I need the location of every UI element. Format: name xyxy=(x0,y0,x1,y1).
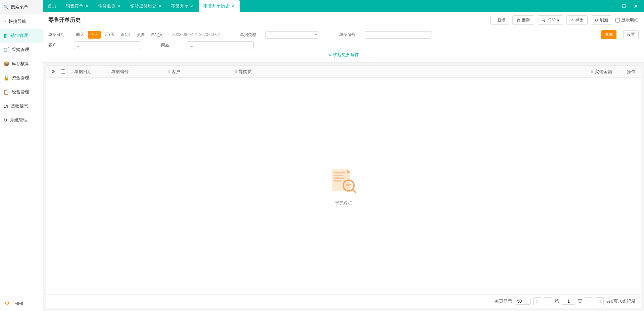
print-icon: 🖨 xyxy=(541,18,546,23)
sidebar-item-finance[interactable]: 🔒 资金管理 xyxy=(0,71,43,85)
date-btn-1month[interactable]: 近1月 xyxy=(118,31,134,39)
date-btn-7days[interactable]: 近7天 xyxy=(102,31,117,39)
sort-icon-guide: ⇅ xyxy=(235,70,237,73)
date-btn-today[interactable]: 今天 xyxy=(88,31,101,39)
collapse-filter-bar[interactable]: ∧ 收起更多条件 xyxy=(48,51,639,60)
print-button[interactable]: 🖨 打印 ▾ xyxy=(538,15,563,25)
num-filter-input[interactable] xyxy=(365,31,432,39)
show-detail-checkbox[interactable] xyxy=(615,18,620,22)
finance-icon: 🔒 xyxy=(3,75,9,81)
settings-bottom-icon[interactable]: ⚙ xyxy=(3,299,11,308)
nav-close-btn[interactable]: ✕ xyxy=(631,3,641,9)
goods-filter-input[interactable]: ... xyxy=(187,41,254,49)
th-num[interactable]: ⇅ 单据编号 xyxy=(104,69,165,75)
last-page-btn[interactable]: ⟩⟩ xyxy=(596,297,604,305)
page-input[interactable] xyxy=(562,298,575,305)
tab-retail-open[interactable]: 零售开单 ✕ xyxy=(166,0,199,12)
next-page-btn[interactable]: ⟩ xyxy=(585,297,593,305)
sidebar-item-label: 经营管理 xyxy=(12,89,29,95)
nav-minimize-btn[interactable]: ─ xyxy=(608,3,617,9)
sidebar-item-inventory[interactable]: 📦 库存核算 xyxy=(0,57,43,71)
sidebar-item-basic-info[interactable]: 🗂 基础信息 xyxy=(0,99,43,113)
sidebar-item-quick-nav[interactable]: ⌂ 快捷导航 xyxy=(0,14,43,29)
export-label: 导出 xyxy=(575,17,584,23)
total-info: 共0页, 0条记录 xyxy=(606,298,636,304)
sales-icon: ◧ xyxy=(3,33,8,38)
th-customer[interactable]: ⇅ 客户 xyxy=(165,69,232,75)
th-guide-label: 导购员 xyxy=(239,69,252,75)
settings-button[interactable]: 设置 xyxy=(623,30,639,39)
page-suffix: 页 xyxy=(578,298,582,304)
type-select[interactable] xyxy=(265,31,319,39)
date-quick-buttons: 昨天 今天 近7天 近1月 更多 自定义 xyxy=(74,31,165,39)
export-button[interactable]: ↗ 导出 xyxy=(566,15,588,25)
sidebar-item-label: 资金管理 xyxy=(12,75,29,81)
sidebar-item-purchase-mgmt[interactable]: 🛒 采购管理 xyxy=(0,43,43,57)
add-button[interactable]: + 新增 xyxy=(490,16,509,25)
date-btn-custom[interactable]: 自定义 xyxy=(149,31,165,39)
th-amount-label: 实销金额 xyxy=(595,69,612,75)
refresh-button[interactable]: ↻ 刷新 xyxy=(591,15,612,25)
date-range-display: 2023-06-02 至 2023-06-02 xyxy=(172,32,219,38)
sort-icon: ⇅ xyxy=(70,70,73,73)
tab-retail-open-close[interactable]: ✕ xyxy=(191,4,194,8)
tab-retail-open-history-label: 零售开单历史 xyxy=(203,3,230,9)
collapse-sidebar-icon[interactable]: ◀◀ xyxy=(13,299,24,308)
date-btn-yesterday[interactable]: 昨天 xyxy=(74,31,87,39)
first-page-btn[interactable]: ⟨⟨ xyxy=(533,297,541,305)
search-icon: 🔍 xyxy=(3,5,9,10)
sidebar-item-label: 系统管理 xyxy=(10,117,28,123)
basic-info-icon: 🗂 xyxy=(3,103,8,109)
sidebar-item-ops-mgmt[interactable]: 📋 经营管理 xyxy=(0,85,43,99)
sort-icon-amount: ⇅ xyxy=(591,70,593,73)
sidebar-item-sales-mgmt[interactable]: ◧ 销售管理 xyxy=(0,29,43,43)
table-header: ⚙ ⇅ 单据日期 ⇅ 单据编号 ⇅ 客户 ⇅ xyxy=(46,66,641,78)
nav-maximize-btn[interactable]: □ xyxy=(620,3,628,9)
tab-sales-return[interactable]: 销货退货 ✕ xyxy=(93,0,126,12)
sidebar-search[interactable]: 🔍 搜索采单 xyxy=(0,0,43,14)
sys-icon: ↻ xyxy=(3,117,7,123)
tab-sales-order-label: 销售订单 xyxy=(66,3,83,9)
print-dropdown-icon: ▾ xyxy=(557,18,559,23)
th-customer-label: 客户 xyxy=(171,69,180,75)
date-btn-more[interactable]: 更多 xyxy=(135,31,147,39)
sidebar-item-sys-mgmt[interactable]: ↻ 系统管理 xyxy=(0,113,43,127)
table-select-all[interactable] xyxy=(58,69,67,74)
th-date[interactable]: ⇅ 单据日期 xyxy=(67,69,104,75)
num-filter-label: 单据编号 xyxy=(339,32,358,38)
select-all-checkbox[interactable] xyxy=(61,69,65,74)
th-date-label: 单据日期 xyxy=(74,69,92,75)
sort-icon-customer: ⇅ xyxy=(167,70,170,73)
table-settings-btn[interactable]: ⚙ xyxy=(49,69,58,74)
sidebar-search-label: 搜索采单 xyxy=(11,4,28,10)
filter-row-1: 单据日期 昨天 今天 近7天 近1月 更多 自定义 2023-06-02 至 2… xyxy=(48,30,639,39)
tab-sales-order-close[interactable]: ✕ xyxy=(85,4,89,8)
tab-home-label: 首页 xyxy=(48,3,56,9)
th-guide[interactable]: ⇅ 导购员 xyxy=(232,69,272,75)
tab-sales-return-history-close[interactable]: ✕ xyxy=(158,4,162,8)
tab-sales-order[interactable]: 销售订单 ✕ xyxy=(61,0,93,12)
per-page-select[interactable]: 50 100 200 xyxy=(515,298,531,305)
tab-retail-open-history[interactable]: 零售开单历史 ✕ xyxy=(199,0,240,12)
sidebar-item-label: 销售管理 xyxy=(10,33,28,39)
tab-sales-return-history[interactable]: 销货退货历史 ✕ xyxy=(126,0,166,12)
purchase-icon: 🛒 xyxy=(3,47,9,52)
customer-filter-input[interactable]: ... xyxy=(74,41,141,49)
type-select-wrap[interactable] xyxy=(265,31,319,39)
goods-ellipsis: ... xyxy=(190,43,193,48)
delete-button[interactable]: 🗑 删除 xyxy=(512,15,534,25)
export-icon: ↗ xyxy=(570,18,574,23)
page-label: 第 xyxy=(555,298,559,304)
prev-page-btn[interactable]: ⟨ xyxy=(544,297,552,305)
tab-sales-return-close[interactable]: ✕ xyxy=(117,4,121,8)
toolbar: + 新增 🗑 删除 🖨 打印 ▾ ↗ 导出 ↻ xyxy=(490,15,639,25)
print-label: 打印 xyxy=(547,17,556,23)
query-button[interactable]: 查询 xyxy=(601,30,616,39)
tab-sales-return-label: 销货退货 xyxy=(98,3,115,9)
show-detail-checkbox-wrap[interactable]: 显示明细 xyxy=(615,17,639,23)
delete-icon: 🗑 xyxy=(516,18,521,23)
th-amount[interactable]: ⇅ 实销金额 xyxy=(581,69,615,75)
sort-icon-num: ⇅ xyxy=(107,70,110,73)
tab-retail-open-history-close[interactable]: ✕ xyxy=(232,4,235,8)
tab-home[interactable]: 首页 xyxy=(43,0,61,12)
